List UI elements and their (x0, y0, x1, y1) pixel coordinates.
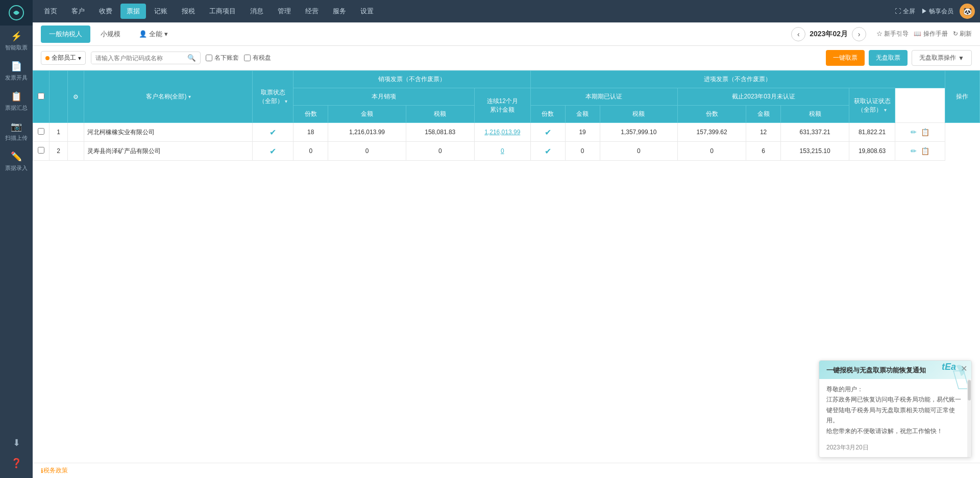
refresh-btn[interactable]: ↻ 刷新 (953, 30, 972, 38)
notification-scrollbar[interactable] (967, 379, 971, 457)
row2-unauth-tax: 19,808.63 (849, 142, 895, 161)
sidebar-item-scan-upload[interactable]: 📷 扫描上传 (0, 116, 33, 146)
search-button[interactable]: 🔍 (183, 52, 200, 64)
under-account-checkbox[interactable]: 名下账套 (206, 54, 239, 62)
row1-edit-btn[interactable]: ✏ (910, 127, 918, 137)
sidebar: ⚡ 智能取票 📄 发票开具 📋 票据汇总 📷 扫描上传 ✏️ 票据录入 ⬇ ❓ (0, 0, 33, 478)
row1-monthly-tax: 158,081.83 (406, 123, 474, 142)
tab-all-icon: 👤 (139, 30, 147, 38)
notification-line-0: 尊敬的用户： (826, 384, 964, 394)
row1-checkbox-cell (33, 123, 50, 142)
col-unauth: 截止2023年03月未认证 (678, 88, 849, 106)
sidebar-bottom: ⬇ ❓ (0, 432, 33, 478)
nav-message[interactable]: 消息 (244, 4, 270, 19)
new-guide-btn[interactable]: ☆ 新手引导 (876, 30, 909, 38)
row2-fetch-status: ✔ (253, 142, 293, 161)
nav-bookkeeping[interactable]: 记账 (148, 4, 174, 19)
manual-btn[interactable]: 📖 操作手册 (914, 30, 947, 38)
row1-unauth-count: 12 (746, 123, 781, 142)
sidebar-item-invoice-summary[interactable]: 📋 票据汇总 (0, 86, 33, 116)
one-click-fetch-btn[interactable]: 一键取票 (826, 50, 865, 66)
row1-view-btn[interactable]: 📋 (920, 127, 930, 137)
col-auth-status: 获取认证状态（全部） ▾ (849, 88, 895, 123)
auth-filter-icon[interactable]: ▾ (884, 107, 887, 113)
nav-tax[interactable]: 报税 (176, 4, 201, 19)
nav-right: ⛶ 全屏 ▶ 畅享会员 🐼 (895, 4, 975, 19)
nav-management[interactable]: 管理 (272, 4, 297, 19)
col-unauth-tax: 税额 (781, 106, 849, 123)
sidebar-item-help[interactable]: ❓ (0, 452, 33, 473)
under-account-check[interactable] (206, 55, 212, 61)
period-text: 2023年02月 (810, 30, 848, 39)
tab-bar: 一般纳税人 小规模 👤 全能 ▾ ‹ 2023年02月 › ☆ 新手引导 📖 操… (33, 22, 980, 46)
notification-date: 2023年3月20日 (819, 441, 971, 457)
row2-edit-btn[interactable]: ✏ (910, 146, 918, 156)
nav-home[interactable]: 首页 (38, 4, 63, 19)
nav-service[interactable]: 服务 (327, 4, 352, 19)
notification-line-4: 给您带来的不便敬请谅解，祝您工作愉快！ (826, 426, 964, 436)
row2-auth-status-icon: ✔ (545, 147, 551, 156)
nav-invoice[interactable]: 票据 (120, 4, 146, 19)
no-disk-ops-btn[interactable]: 无盘取票操作 ▼ (912, 50, 972, 66)
nav-billing[interactable]: 收费 (93, 4, 118, 19)
row2-cur-amount: 0 (600, 142, 677, 161)
fetch-status-filter-icon[interactable]: ▾ (285, 98, 287, 104)
no-disk-fetch-btn[interactable]: 无盘取票 (869, 50, 908, 66)
row2-customer: 灵寿县尚泽矿产品有限公司 (84, 142, 253, 161)
has-tax-check[interactable] (244, 55, 251, 61)
row2-checkbox[interactable] (38, 147, 44, 154)
fullscreen-btn[interactable]: ⛶ 全屏 (895, 7, 915, 16)
scan-upload-icon: 📷 (11, 121, 22, 132)
tab-small-scale[interactable]: 小规模 (92, 26, 129, 43)
col-customer: 客户名称(全部) ▾ (84, 71, 253, 123)
row1-fetch-status-icon: ✔ (270, 128, 276, 137)
row2-cum-link[interactable]: 0 (501, 147, 504, 155)
row2-monthly-count: 0 (293, 142, 328, 161)
row2-cum-amount: 0 (474, 142, 530, 161)
col-unauth-amount: 金额 (746, 106, 781, 123)
has-tax-checkbox[interactable]: 有税盘 (244, 54, 271, 62)
notification-line-3: 用。 (826, 415, 964, 425)
col-action: 操作 (945, 71, 979, 123)
search-input[interactable] (91, 53, 183, 64)
sidebar-item-smart-fetch[interactable]: ⚡ 智能取票 (0, 26, 33, 56)
row1-checkbox[interactable] (38, 128, 44, 135)
row1-unauth-amount: 631,337.21 (781, 123, 849, 142)
nav-settings[interactable]: 设置 (354, 4, 380, 19)
prev-period-btn[interactable]: ‹ (791, 27, 805, 41)
row2-view-btn[interactable]: 📋 (920, 146, 930, 156)
tab-all[interactable]: 👤 全能 ▾ (131, 26, 176, 43)
col-cur-period: 本期期已认证 (530, 88, 677, 106)
col-purchase-invoice: 进项发票（不含作废票） (530, 71, 945, 88)
help-icon: ❓ (11, 458, 22, 469)
sidebar-logo[interactable] (0, 0, 33, 26)
table-row: 2 灵寿县尚泽矿产品有限公司 ✔ 0 0 0 0 ✔ 0 0 0 6 153,2… (33, 142, 980, 161)
col-cum-12months: 连续12个月累计金额 (474, 88, 530, 123)
avatar[interactable]: 🐼 (960, 4, 975, 19)
row1-cum-link[interactable]: 1,216,013.99 (484, 129, 520, 136)
row1-cur-amount: 1,357,999.10 (600, 123, 677, 142)
row2-settings (68, 142, 84, 161)
col-monthly-sales: 本月销项 (293, 88, 474, 106)
tab-general-taxpayer[interactable]: 一般纳税人 (41, 26, 90, 43)
next-period-btn[interactable]: › (852, 27, 866, 41)
tax-policy-link[interactable]: 税务政策 (43, 466, 68, 475)
data-entry-icon: ✏️ (11, 151, 22, 162)
notification-body: 尊敬的用户： 江苏政务网已恢复访问电子税务局功能，易代账一 键登陆电子税务局与无… (819, 379, 971, 441)
row2-checkbox-cell (33, 142, 50, 161)
sidebar-item-data-entry[interactable]: ✏️ 票据录入 (0, 146, 33, 176)
nav-business[interactable]: 工商项目 (203, 4, 242, 19)
toolbar: 全部员工 ▾ 🔍 名下账套 有税盘 一键取票 无盘取票 无盘取票操作 ▼ (33, 46, 980, 70)
membership-btn[interactable]: ▶ 畅享会员 (921, 7, 953, 16)
col-monthly-amount: 金额 (328, 106, 406, 123)
customer-filter-icon[interactable]: ▾ (188, 94, 191, 99)
sidebar-item-download[interactable]: ⬇ (0, 432, 33, 452)
nav-customer[interactable]: 客户 (65, 4, 91, 19)
row2-auth-status: ✔ (530, 142, 565, 161)
row1-cur-tax: 157,399.62 (678, 123, 746, 142)
select-all-checkbox[interactable] (38, 93, 44, 99)
sidebar-item-issue-invoice[interactable]: 📄 发票开具 (0, 56, 33, 86)
nav-operations[interactable]: 经营 (299, 4, 325, 19)
row1-auth-status-icon: ✔ (545, 128, 551, 137)
employee-select[interactable]: 全部员工 ▾ (41, 51, 86, 65)
